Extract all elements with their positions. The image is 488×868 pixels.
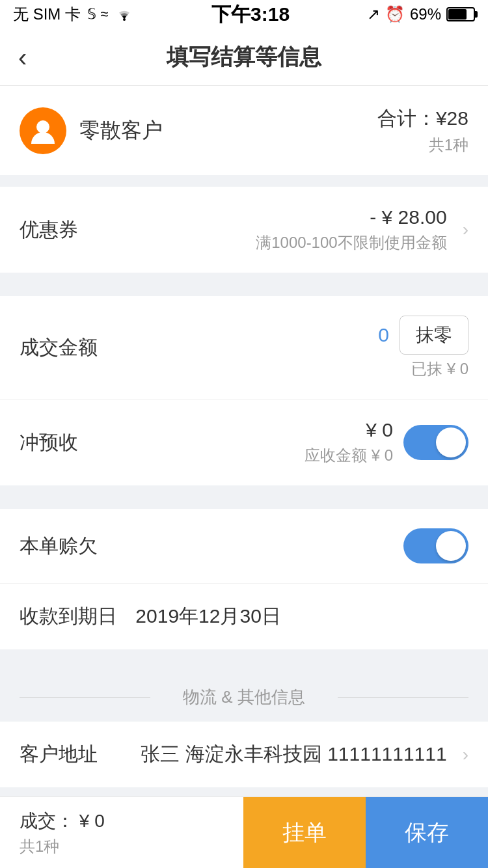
bottom-transaction-line: 成交： ¥ 0 [20, 809, 224, 834]
customer-row: 零散客户 合计：¥28 共1种 [0, 86, 488, 175]
coupon-value: - ¥ 28.00 [256, 206, 446, 228]
alarm-icon: ⏰ [385, 5, 405, 23]
status-time: 下午3:18 [211, 1, 290, 28]
back-button[interactable]: ‹ [18, 44, 27, 70]
coupon-section[interactable]: 优惠券 - ¥ 28.00 满1000-100不限制使用金额 › [0, 187, 488, 273]
credit-label: 本单赊欠 [20, 533, 98, 560]
address-chevron-icon: › [463, 744, 468, 765]
bottom-info: 成交： ¥ 0 共1种 [0, 809, 243, 857]
wifi-icon-svg [115, 7, 134, 21]
prepay-subtext: 应收金额 ¥ 0 [305, 445, 393, 466]
customer-left: 零散客户 [20, 107, 163, 154]
content-area: 零散客户 合计：¥28 共1种 优惠券 - ¥ 28.00 满1000-100不… [0, 86, 488, 868]
gps-icon: ↗ [367, 5, 380, 23]
amount-right: 0 抹零 已抹 ¥ 0 [98, 316, 468, 379]
prepay-label: 冲预收 [20, 429, 78, 456]
address-value: 张三 海淀永丰科技园 11111111111 [141, 741, 446, 768]
page-title: 填写结算等信息 [167, 42, 321, 72]
separator-1 [0, 284, 488, 296]
prepay-right: ¥ 0 应收金额 ¥ 0 [78, 419, 468, 466]
transaction-section: 成交金额 0 抹零 已抹 ¥ 0 冲预收 ¥ 0 应收金额 ¥ 0 [0, 296, 488, 485]
credit-row: 本单赊欠 [0, 509, 488, 583]
wifi-icon: 𝕊︎ ≈ [87, 6, 108, 23]
divider-line-left [20, 697, 150, 698]
bottom-transaction-label: 成交： [20, 811, 74, 831]
address-label: 客户地址 [20, 741, 98, 768]
prepay-value: ¥ 0 [305, 419, 393, 441]
svg-point-1 [36, 120, 49, 133]
address-row[interactable]: 客户地址 张三 海淀永丰科技园 11111111111 › [0, 722, 488, 787]
customer-name: 零散客户 [79, 116, 163, 145]
coupon-right: - ¥ 28.00 满1000-100不限制使用金额 › [78, 206, 468, 253]
amount-rounded-text: 已抹 ¥ 0 [363, 359, 468, 379]
coupon-value-block: - ¥ 28.00 满1000-100不限制使用金额 [256, 206, 446, 253]
amount-label: 成交金额 [20, 334, 98, 361]
customer-right: 合计：¥28 共1种 [377, 105, 468, 156]
coupon-subtext: 满1000-100不限制使用金额 [256, 232, 446, 253]
status-left: 无 SIM 卡 𝕊︎ ≈ [13, 4, 134, 25]
bottom-transaction-value: ¥ 0 [79, 811, 105, 831]
svg-point-0 [123, 18, 126, 21]
prepay-toggle[interactable] [403, 425, 468, 460]
bottom-bar: 成交： ¥ 0 共1种 挂单 保存 [0, 796, 488, 868]
credit-toggle[interactable] [403, 528, 468, 563]
prepay-row: 冲预收 ¥ 0 应收金额 ¥ 0 [0, 399, 488, 485]
address-section: 客户地址 张三 海淀永丰科技园 11111111111 › [0, 722, 488, 787]
credit-section: 本单赊欠 收款到期日 2019年12月30日 [0, 509, 488, 649]
status-bar: 无 SIM 卡 𝕊︎ ≈ 下午3:18 ↗ ⏰ 69% [0, 0, 488, 29]
customer-avatar [20, 107, 66, 154]
bottom-count: 共1种 [20, 836, 224, 857]
status-right: ↗ ⏰ 69% [367, 5, 475, 23]
pend-button[interactable]: 挂单 [243, 797, 366, 869]
separator-3 [0, 661, 488, 673]
customer-section: 零散客户 合计：¥28 共1种 [0, 86, 488, 175]
due-date-label: 收款到期日 2019年12月30日 [20, 603, 281, 630]
coupon-label: 优惠券 [20, 217, 78, 243]
divider-line-right [338, 697, 468, 698]
due-date-row[interactable]: 收款到期日 2019年12月30日 [0, 583, 488, 649]
credit-toggle-knob [436, 531, 466, 561]
credit-right [98, 528, 468, 563]
amount-value-block: 0 抹零 已抹 ¥ 0 [363, 316, 468, 379]
prepay-value-block: ¥ 0 应收金额 ¥ 0 [305, 419, 393, 466]
battery-icon [446, 7, 475, 21]
separator-2 [0, 497, 488, 509]
customer-total: 合计：¥28 [377, 105, 468, 132]
logistics-divider: 物流 & 其他信息 [0, 673, 488, 722]
nav-bar: ‹ 填写结算等信息 [0, 29, 488, 86]
customer-count: 共1种 [377, 135, 468, 156]
coupon-row[interactable]: 优惠券 - ¥ 28.00 满1000-100不限制使用金额 › [0, 187, 488, 273]
due-date-value: 2019年12月30日 [135, 605, 280, 627]
battery-fill [448, 9, 467, 20]
carrier-text: 无 SIM 卡 [13, 4, 81, 25]
amount-row: 成交金额 0 抹零 已抹 ¥ 0 [0, 296, 488, 399]
avatar-icon [29, 116, 57, 145]
address-right: 张三 海淀永丰科技园 11111111111 › [98, 741, 468, 768]
coupon-chevron-icon: › [463, 219, 468, 240]
save-button[interactable]: 保存 [366, 797, 488, 869]
logistics-label: 物流 & 其他信息 [183, 686, 305, 709]
toggle-knob [436, 427, 466, 457]
amount-input[interactable]: 0 [363, 324, 389, 346]
round-zero-button[interactable]: 抹零 [400, 316, 468, 355]
battery-percent: 69% [410, 5, 441, 23]
